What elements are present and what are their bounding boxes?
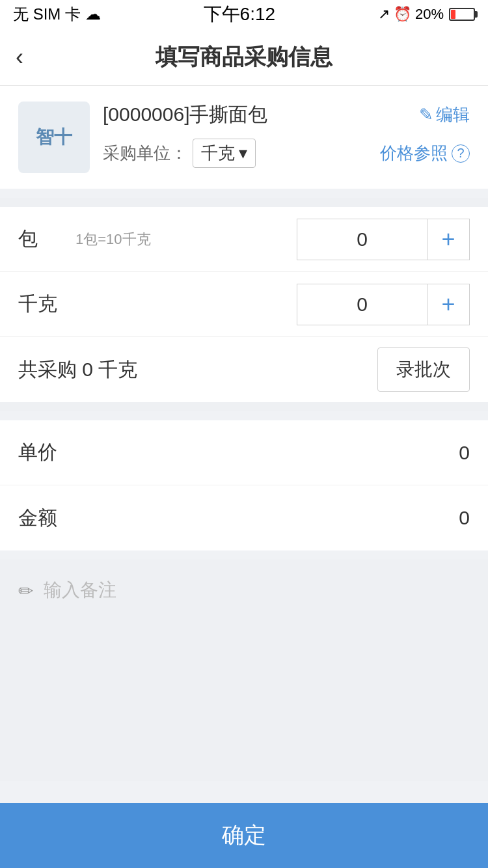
total-text: 共采购 0 千克 (18, 357, 137, 383)
price-ref-label: 价格参照 (380, 142, 448, 165)
unit-value: 千克 (201, 142, 235, 165)
nav-bar: ‹ 填写商品采购信息 (0, 29, 488, 86)
kg-input-row: 千克 + (0, 272, 488, 337)
pencil-icon: ✏ (18, 580, 33, 602)
content: 智十 [0000006]手撕面包 ✎ 编辑 采购单位： 千克 ▾ (0, 86, 488, 859)
bag-input-right: + (297, 219, 470, 260)
bag-input-row: 包 1包=10千克 + (0, 207, 488, 272)
amount-value: 0 (459, 507, 470, 529)
section-divider-1 (0, 198, 488, 207)
amount-row: 金额 0 (0, 485, 488, 550)
page-title: 填写商品采购信息 (156, 42, 332, 72)
no-sim-text: 无 SIM 卡 ☁ (13, 4, 101, 25)
remark-section[interactable]: ✏ 输入备注 (0, 560, 488, 781)
unit-price-value: 0 (459, 442, 470, 464)
status-left: 无 SIM 卡 ☁ (13, 4, 101, 25)
section-divider-2 (0, 402, 488, 411)
input-section: 包 1包=10千克 + 千克 + 共采购 0 千克 录批次 (0, 207, 488, 402)
amount-label: 金额 (18, 505, 57, 532)
dropdown-icon: ▾ (239, 143, 247, 163)
battery-text: 20% (415, 6, 444, 23)
product-card: 智十 [0000006]手撕面包 ✎ 编辑 采购单位： 千克 ▾ (0, 86, 488, 189)
unit-label-text: 采购单位： (103, 142, 187, 165)
unit-select[interactable]: 千克 ▾ (193, 139, 256, 168)
product-info: [0000006]手撕面包 ✎ 编辑 采购单位： 千克 ▾ 价格参照 ? (103, 102, 470, 168)
edit-icon: ✎ (419, 105, 433, 125)
unit-price-row: 单价 0 (0, 420, 488, 485)
product-header: [0000006]手撕面包 ✎ 编辑 (103, 102, 470, 128)
status-time: 下午6:12 (204, 2, 276, 27)
total-row: 共采购 0 千克 录批次 (0, 337, 488, 402)
unit-label: 采购单位： 千克 ▾ (103, 139, 256, 168)
status-bar: 无 SIM 卡 ☁ 下午6:12 ↗ ⏰ 20% (0, 0, 488, 29)
bag-quantity-input[interactable] (297, 219, 427, 260)
price-ref-button[interactable]: 价格参照 ? (380, 142, 470, 165)
edit-button[interactable]: ✎ 编辑 (419, 103, 470, 126)
kg-plus-button[interactable]: + (427, 284, 470, 325)
remark-placeholder: 输入备注 (44, 578, 116, 603)
product-name: [0000006]手撕面包 (103, 102, 267, 128)
bag-label: 包 (18, 226, 70, 252)
kg-quantity-input[interactable] (297, 284, 427, 325)
back-button[interactable]: ‹ (16, 44, 23, 71)
bag-plus-button[interactable]: + (427, 219, 470, 260)
battery-icon (449, 8, 475, 21)
status-right: ↗ ⏰ 20% (378, 6, 475, 23)
confirm-button[interactable]: 确定 (0, 803, 488, 868)
bag-sublabel: 1包=10千克 (75, 230, 151, 249)
price-section: 单价 0 金额 0 (0, 420, 488, 550)
alarm-icon: ⏰ (394, 6, 411, 23)
product-logo-text: 智十 (36, 125, 72, 150)
kg-input-right: + (297, 284, 470, 325)
product-meta: 采购单位： 千克 ▾ 价格参照 ? (103, 139, 470, 168)
location-icon: ↗ (378, 6, 390, 23)
help-icon: ? (452, 144, 470, 163)
kg-label: 千克 (18, 291, 70, 318)
edit-label: 编辑 (436, 103, 470, 126)
batch-button[interactable]: 录批次 (377, 347, 470, 392)
product-logo: 智十 (18, 102, 90, 173)
unit-price-label: 单价 (18, 439, 57, 466)
